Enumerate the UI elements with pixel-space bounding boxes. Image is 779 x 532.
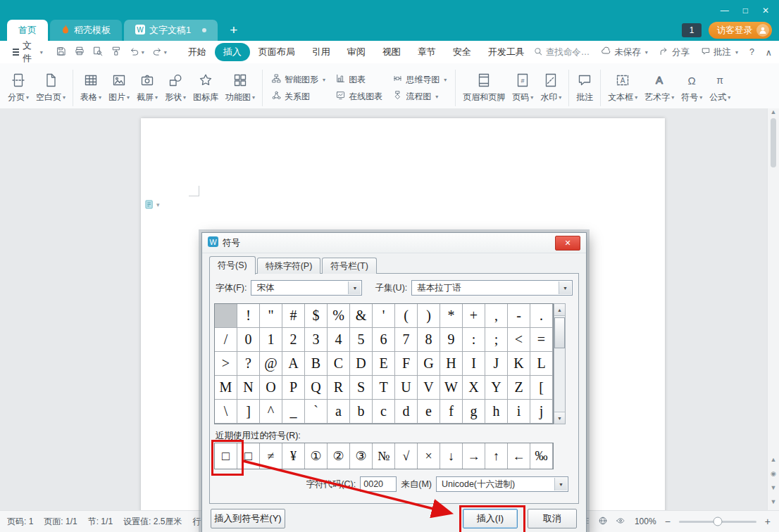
message-count-badge[interactable]: 1 xyxy=(682,23,702,37)
minimize-button[interactable]: — xyxy=(721,6,729,15)
tab-docer-templates[interactable]: 稻壳模板 xyxy=(50,20,122,41)
charcode-input[interactable]: 0020 xyxy=(360,476,397,492)
symbol-cell[interactable]: ` xyxy=(305,400,328,424)
symbol-cell[interactable]: B xyxy=(305,352,328,376)
menu-tab-页面布局[interactable]: 页面布局 xyxy=(250,43,304,61)
symbol-cell[interactable]: D xyxy=(350,352,373,376)
symbol-cell[interactable]: A xyxy=(282,352,305,376)
symbol-cell[interactable]: G xyxy=(418,352,440,376)
font-combobox[interactable]: 宋体 ▼ xyxy=(251,280,362,296)
comment-button[interactable]: 批注 ▾ xyxy=(701,46,738,58)
insert-to-symbol-bar-button[interactable]: 插入到符号栏(Y) xyxy=(211,509,285,528)
zoom-out-button[interactable]: − xyxy=(663,516,672,527)
ribbon-表格[interactable]: 表格▾ xyxy=(77,65,105,110)
symbol-cell[interactable]: ; xyxy=(485,328,508,352)
symbol-cell[interactable]: K xyxy=(508,352,530,376)
symbol-cell[interactable]: # xyxy=(282,304,305,328)
file-menu-button[interactable]: 文件 ▾ xyxy=(7,39,49,65)
ribbon-符号[interactable]: Ω符号▾ xyxy=(678,65,706,110)
chevron-down-icon[interactable]: ▼ xyxy=(348,281,361,294)
symbol-cell[interactable]: 6 xyxy=(373,328,395,352)
symbol-cell[interactable]: S xyxy=(350,376,373,400)
zoom-slider-thumb[interactable] xyxy=(713,517,722,526)
ribbon-页眉和页脚[interactable]: 页眉和页脚 xyxy=(459,65,509,110)
symbol-cell[interactable]: ' xyxy=(373,304,395,328)
symbol-cell[interactable]: ? xyxy=(237,352,260,376)
zoom-level[interactable]: 100% xyxy=(635,517,656,526)
recent-symbol-cell[interactable]: ③ xyxy=(350,443,373,469)
symbol-cell[interactable]: 9 xyxy=(440,328,463,352)
dialog-close-button[interactable]: ✕ xyxy=(555,236,580,251)
ribbon-截屏[interactable]: 截屏▾ xyxy=(133,65,161,110)
zoom-slider[interactable] xyxy=(679,521,756,523)
symbol-cell[interactable]: I xyxy=(463,352,485,376)
ribbon-分页[interactable]: 分页▾ xyxy=(4,65,32,110)
maximize-button[interactable]: □ xyxy=(743,6,748,15)
menu-tab-开发工具[interactable]: 开发工具 xyxy=(480,43,533,61)
print-button[interactable] xyxy=(71,44,88,61)
recent-symbol-cell[interactable]: ↓ xyxy=(440,443,463,469)
symbol-cell[interactable]: j xyxy=(530,400,553,424)
symbol-cell[interactable]: F xyxy=(395,352,418,376)
symbol-cell[interactable]: E xyxy=(373,352,395,376)
dialog-tab-3[interactable]: 符号栏(T) xyxy=(322,258,376,274)
symbol-cell[interactable]: W xyxy=(440,376,463,400)
status-页面[interactable]: 页面: 1/1 xyxy=(44,516,77,528)
new-tab-button[interactable]: + xyxy=(220,23,247,41)
symbol-cell[interactable]: V xyxy=(418,376,440,400)
symbol-cell[interactable]: : xyxy=(463,328,485,352)
symbol-cell[interactable]: ^ xyxy=(260,400,282,424)
symbol-cell[interactable]: i xyxy=(508,400,530,424)
ribbon-图表[interactable]: 图表 xyxy=(332,72,386,87)
symbol-cell[interactable]: 8 xyxy=(418,328,440,352)
symbol-cell[interactable]: d xyxy=(395,400,418,424)
symbol-cell[interactable]: % xyxy=(328,304,350,328)
zoom-in-button[interactable]: + xyxy=(764,516,772,527)
from-combobox[interactable]: Unicode(十六进制) ▼ xyxy=(436,476,568,492)
symbol-grid-scrollbar[interactable]: ▲ ▼ xyxy=(554,303,566,424)
symbol-cell[interactable]: ( xyxy=(395,304,418,328)
recent-symbol-cell[interactable]: ‰ xyxy=(530,443,553,469)
redo-button[interactable]: ▾ xyxy=(149,44,170,61)
ribbon-形状[interactable]: 形状▾ xyxy=(161,65,189,110)
recent-symbol-cell[interactable]: × xyxy=(418,443,440,469)
recent-symbol-cell[interactable]: ← xyxy=(508,443,530,469)
symbol-cell[interactable]: b xyxy=(350,400,373,424)
save-status-button[interactable]: 未保存 ▾ xyxy=(601,46,648,58)
symbol-cell[interactable]: c xyxy=(373,400,395,424)
symbol-cell[interactable]: N xyxy=(237,376,260,400)
symbol-cell[interactable]: 1 xyxy=(260,328,282,352)
symbol-cell[interactable]: / xyxy=(215,328,237,352)
symbol-cell[interactable]: Y xyxy=(485,376,508,400)
ribbon-在线图表[interactable]: 在线图表 xyxy=(332,89,386,103)
symbol-cell[interactable]: * xyxy=(440,304,463,328)
help-button[interactable]: ? xyxy=(749,47,754,57)
ribbon-水印[interactable]: 水印▾ xyxy=(537,65,565,110)
symbol-cell[interactable]: 0 xyxy=(237,328,260,352)
symbol-cell[interactable]: Z xyxy=(508,376,530,400)
subset-combobox[interactable]: 基本拉丁语 ▼ xyxy=(411,280,573,296)
recent-symbol-cell[interactable]: → xyxy=(463,443,485,469)
scroll-up-icon[interactable]: ▲ xyxy=(554,304,565,316)
symbol-cell[interactable]: T xyxy=(373,376,395,400)
insert-button[interactable]: 插入(I) xyxy=(463,509,518,528)
symbol-cell[interactable]: \ xyxy=(215,400,237,424)
preview-button[interactable] xyxy=(89,44,106,61)
symbol-cell[interactable]: R xyxy=(328,376,350,400)
symbol-cell[interactable]: M xyxy=(215,376,237,400)
ribbon-关系图[interactable]: 关系图 xyxy=(268,89,329,103)
symbol-cell[interactable]: , xyxy=(485,304,508,328)
globe-view-button[interactable] xyxy=(596,514,610,530)
symbol-cell[interactable]: > xyxy=(215,352,237,376)
ribbon-空白页[interactable]: 空白页▾ xyxy=(32,65,69,110)
symbol-cell[interactable]: [ xyxy=(530,376,553,400)
cancel-button[interactable]: 取消 xyxy=(528,509,577,528)
symbol-cell[interactable]: 4 xyxy=(328,328,350,352)
share-button[interactable]: 分享 xyxy=(659,46,690,58)
recent-symbol-cell[interactable]: ¥ xyxy=(282,443,305,469)
chevron-down-icon[interactable]: ▼ xyxy=(559,281,571,294)
symbol-cell[interactable]: a xyxy=(328,400,350,424)
symbol-cell[interactable]: X xyxy=(463,376,485,400)
eye-view-button[interactable] xyxy=(613,514,628,530)
page-setup-icon[interactable]: ▾ xyxy=(145,200,160,210)
